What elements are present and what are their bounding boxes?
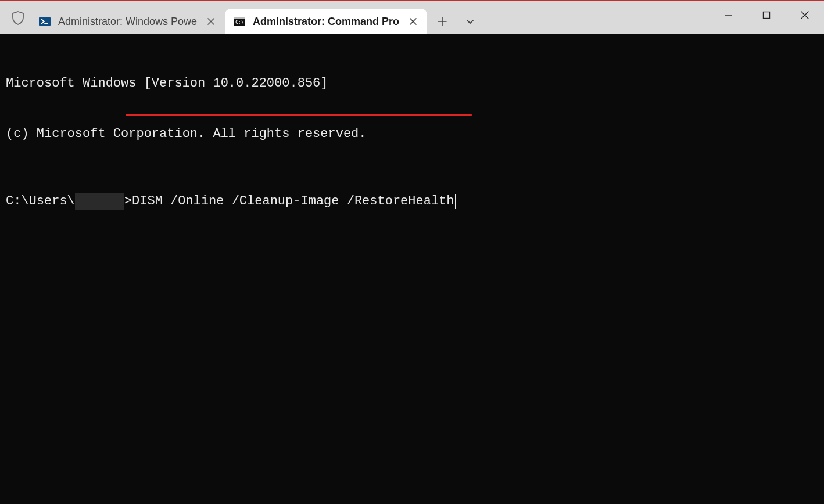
banner-line: (c) Microsoft Corporation. All rights re… <box>6 125 818 142</box>
minimize-button[interactable] <box>709 1 747 29</box>
new-tab-button[interactable] <box>429 9 455 34</box>
maximize-button[interactable] <box>747 1 786 29</box>
command-text: DISM /Online /Cleanup-Image /RestoreHeal… <box>132 193 454 210</box>
terminal-window: Administrator: Windows Powe C:\ Administ… <box>0 0 824 504</box>
svg-text:C:\: C:\ <box>235 20 244 25</box>
close-icon[interactable] <box>204 15 218 28</box>
tab-powershell[interactable]: Administrator: Windows Powe <box>30 9 225 34</box>
prompt-line: C:\Users\>DISM /Online /Cleanup-Image /R… <box>6 193 818 210</box>
close-icon[interactable] <box>406 15 420 28</box>
prompt-suffix: > <box>124 193 132 210</box>
tab-dropdown-button[interactable] <box>457 9 483 34</box>
tab-label: Administrator: Windows Powe <box>58 16 197 28</box>
cmd-icon: C:\ <box>233 15 246 28</box>
text-cursor <box>455 194 456 209</box>
tab-cmd[interactable]: C:\ Administrator: Command Pro <box>225 9 427 34</box>
titlebar: Administrator: Windows Powe C:\ Administ… <box>0 1 824 34</box>
shield-icon <box>6 1 30 34</box>
powershell-icon <box>38 15 51 28</box>
tab-strip: Administrator: Windows Powe C:\ Administ… <box>30 1 427 34</box>
annotation-underline <box>126 114 472 116</box>
window-controls <box>709 1 824 29</box>
terminal-viewport[interactable]: Microsoft Windows [Version 10.0.22000.85… <box>0 34 824 504</box>
redacted-username <box>75 193 124 210</box>
svg-rect-6 <box>764 12 770 19</box>
banner-line: Microsoft Windows [Version 10.0.22000.85… <box>6 75 818 92</box>
close-window-button[interactable] <box>786 1 824 29</box>
tab-label: Administrator: Command Pro <box>253 16 399 28</box>
svg-rect-3 <box>234 17 245 19</box>
prompt-prefix: C:\Users\ <box>6 193 75 210</box>
